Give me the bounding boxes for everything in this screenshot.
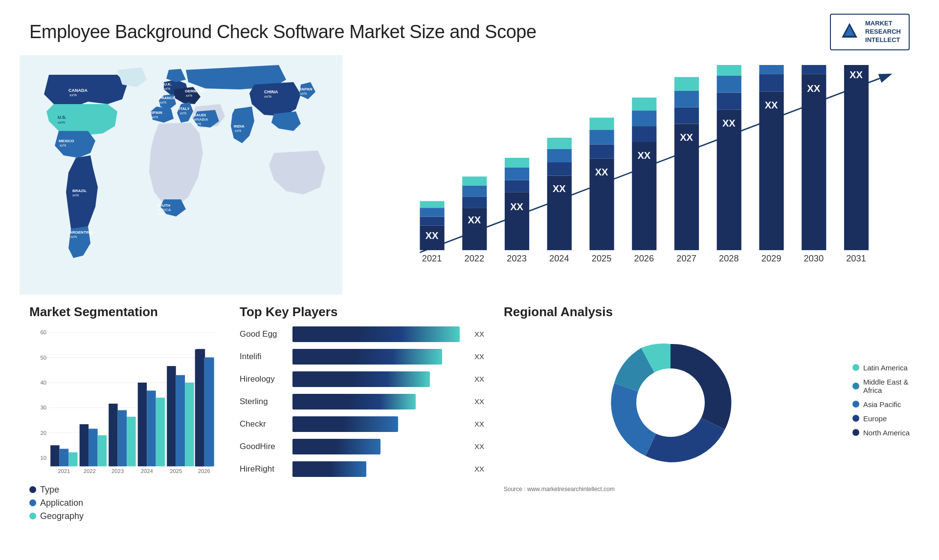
svg-text:2028: 2028 — [719, 253, 739, 263]
player-value: XX — [474, 465, 484, 473]
svg-rect-48 — [505, 180, 529, 192]
svg-rect-43 — [462, 196, 487, 208]
reg-dot-na — [852, 429, 859, 436]
svg-text:U.K.: U.K. — [164, 82, 172, 86]
svg-text:2022: 2022 — [465, 253, 485, 263]
svg-text:2021: 2021 — [422, 253, 442, 263]
svg-text:XX: XX — [468, 215, 481, 225]
svg-rect-115 — [98, 435, 107, 466]
svg-rect-118 — [118, 410, 127, 466]
svg-rect-122 — [147, 390, 156, 466]
player-value: XX — [474, 397, 484, 406]
main-content: CANADA xx% U.S. xx% MEXICO xx% BRAZIL xx… — [0, 55, 939, 519]
player-name: Good Egg — [240, 329, 289, 339]
svg-text:XX: XX — [595, 167, 608, 177]
svg-rect-79 — [759, 65, 783, 74]
bar-chart: XX XX XX XX — [352, 55, 919, 295]
svg-text:XX: XX — [637, 150, 650, 160]
svg-rect-126 — [176, 375, 185, 466]
svg-text:2025: 2025 — [170, 468, 182, 474]
legend-europe: Europe — [852, 414, 910, 423]
legend-type-label: Type — [40, 485, 59, 495]
svg-text:JAPAN: JAPAN — [299, 87, 313, 91]
svg-text:XX: XX — [425, 230, 439, 241]
player-name: GoodHire — [240, 442, 289, 452]
svg-text:xx%: xx% — [72, 194, 79, 197]
segmentation-legend: Type Application Geography — [29, 485, 220, 521]
svg-text:xx%: xx% — [235, 129, 241, 132]
svg-point-135 — [636, 368, 705, 437]
player-bar-fill — [292, 416, 398, 432]
svg-text:xx%: xx% — [264, 94, 271, 99]
svg-text:2026: 2026 — [198, 468, 210, 474]
svg-text:AFRICA: AFRICA — [156, 208, 171, 212]
svg-rect-63 — [632, 126, 656, 142]
svg-text:60: 60 — [40, 329, 46, 335]
logo-icon — [839, 21, 860, 43]
player-value: XX — [474, 352, 484, 361]
bottom-section: Market Segmentation 60 50 40 30 20 10 — [20, 300, 919, 510]
svg-rect-114 — [89, 429, 97, 466]
segmentation-section: Market Segmentation 60 50 40 30 20 10 — [20, 300, 230, 510]
svg-text:2022: 2022 — [84, 468, 96, 474]
svg-rect-133 — [204, 357, 213, 466]
segmentation-title: Market Segmentation — [29, 304, 220, 320]
bar-chart-svg: XX XX XX XX — [377, 65, 910, 270]
page-title: Employee Background Check Software Marke… — [29, 22, 537, 43]
svg-text:XX: XX — [765, 100, 778, 110]
svg-rect-132 — [195, 349, 204, 466]
players-list: Good Egg XX Intelifi XX Hireology — [240, 326, 484, 477]
svg-rect-49 — [505, 168, 529, 180]
source-text: Source : www.marketresearchintellect.com — [504, 486, 910, 493]
svg-text:xx%: xx% — [164, 87, 170, 90]
svg-rect-77 — [759, 91, 783, 250]
player-row: Good Egg XX — [240, 326, 484, 342]
reg-label-na: North America — [863, 429, 910, 437]
svg-rect-50 — [505, 158, 529, 168]
svg-rect-58 — [589, 144, 614, 158]
svg-rect-67 — [674, 124, 699, 250]
svg-rect-117 — [109, 404, 117, 466]
svg-text:ARGENTINA: ARGENTINA — [69, 230, 93, 235]
svg-rect-82 — [802, 65, 826, 74]
svg-rect-69 — [674, 91, 699, 108]
reg-dot-europe — [852, 415, 859, 422]
svg-text:30: 30 — [40, 405, 46, 410]
legend-geography: Geography — [29, 511, 220, 521]
player-row: HireRight XX — [240, 461, 484, 477]
player-bar-fill — [292, 326, 460, 342]
svg-text:INDIA: INDIA — [234, 124, 245, 129]
svg-rect-119 — [127, 416, 135, 466]
player-row: Sterling XX — [240, 394, 484, 409]
svg-text:ITALY: ITALY — [179, 107, 190, 111]
player-bar — [292, 394, 469, 409]
svg-text:50: 50 — [40, 354, 46, 360]
logo: MARKET RESEARCH INTELLECT — [830, 14, 910, 50]
svg-text:CANADA: CANADA — [68, 88, 88, 93]
donut-chart — [602, 334, 739, 471]
svg-text:FRANCE: FRANCE — [159, 96, 176, 100]
player-name: Hireology — [240, 374, 289, 384]
svg-text:xx%: xx% — [157, 213, 164, 216]
svg-text:XX: XX — [850, 69, 863, 80]
svg-text:2021: 2021 — [58, 468, 70, 474]
svg-rect-65 — [632, 97, 656, 110]
header: Employee Background Check Software Marke… — [0, 0, 939, 55]
players-section: Top Key Players Good Egg XX Intelifi XX — [230, 300, 494, 510]
svg-text:xx%: xx% — [70, 235, 77, 238]
regional-title: Regional Analysis — [504, 304, 910, 320]
legend-geo-dot — [29, 513, 36, 519]
svg-text:10: 10 — [40, 455, 46, 461]
svg-text:2030: 2030 — [804, 253, 824, 263]
svg-text:xx%: xx% — [180, 111, 186, 115]
top-section: CANADA xx% U.S. xx% MEXICO xx% BRAZIL xx… — [20, 55, 919, 295]
player-value: XX — [474, 375, 484, 383]
reg-label-mea: Middle East &Africa — [863, 378, 909, 394]
player-row: Intelifi XX — [240, 349, 484, 365]
svg-rect-72 — [717, 109, 741, 250]
donut-svg — [602, 334, 739, 471]
legend-latin-america: Latin America — [852, 364, 910, 372]
svg-text:ARABIA: ARABIA — [194, 117, 208, 122]
player-name: Sterling — [240, 397, 289, 407]
legend-app-dot — [29, 499, 36, 506]
